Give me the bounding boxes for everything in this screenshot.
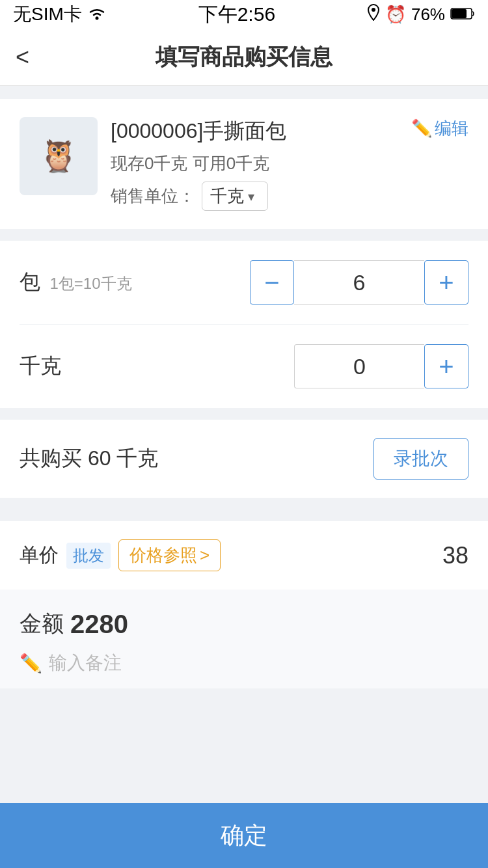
price-ref-arrow-icon: > <box>200 545 210 565</box>
wifi-icon <box>87 4 107 25</box>
price-label: 单价 批发 价格参照 > <box>20 539 221 571</box>
section-divider-2 <box>0 498 488 509</box>
nav-bar: < 填写商品购买信息 <box>0 29 488 86</box>
qty-input-kg[interactable] <box>294 344 424 388</box>
location-icon <box>367 4 380 25</box>
product-thumbnail: 🦉 <box>20 117 98 195</box>
total-section: 共购买 60 千克 录批次 <box>0 420 488 498</box>
qty-plus-bao-button[interactable]: + <box>424 260 468 305</box>
pencil-icon: ✏️ <box>20 653 42 674</box>
edit-button[interactable]: ✏️ 编辑 <box>411 117 468 140</box>
qty-control-bao: − + <box>250 260 468 305</box>
total-text: 共购买 60 千克 <box>20 444 158 473</box>
batch-button[interactable]: 录批次 <box>373 438 468 480</box>
section-divider-1 <box>0 229 488 241</box>
edit-label: 编辑 <box>435 117 468 140</box>
status-left: 无SIM卡 <box>13 2 107 27</box>
unit-label: 销售单位： <box>111 185 195 208</box>
price-ref-button[interactable]: 价格参照 > <box>118 539 221 571</box>
total-unit: 千克 <box>116 446 158 470</box>
qty-minus-bao-button[interactable]: − <box>250 260 294 305</box>
carrier-text: 无SIM卡 <box>13 2 82 27</box>
unit-value: 千克 <box>210 185 244 208</box>
alarm-icon: ⏰ <box>385 5 406 25</box>
status-bar: 无SIM卡 下午2:56 ⏰ 76% <box>0 0 488 29</box>
svg-rect-3 <box>452 9 467 18</box>
battery-text: 76% <box>411 5 445 25</box>
edit-icon: ✏️ <box>411 118 432 139</box>
product-name: [0000006]手撕面包 <box>111 117 286 146</box>
status-right: ⏰ 76% <box>367 4 475 25</box>
amount-section: 金额 2280 ✏️ 输入备注 <box>0 590 488 688</box>
price-ref-label: 价格参照 <box>129 544 197 567</box>
amount-value: 2280 <box>70 610 128 639</box>
battery-icon <box>450 5 475 25</box>
confirm-button[interactable]: 确定 <box>0 803 488 868</box>
unit-row: 销售单位： 千克 ▾ <box>111 182 468 211</box>
price-row: 单价 批发 价格参照 > 38 <box>0 521 488 590</box>
qty-input-bao[interactable] <box>294 260 424 305</box>
price-text: 单价 <box>20 542 59 569</box>
product-info: [0000006]手撕面包 ✏️ 编辑 现存0千克 可用0千克 销售单位： 千克… <box>111 117 468 211</box>
dropdown-arrow-icon: ▾ <box>248 189 254 204</box>
total-value: 60 <box>88 446 111 470</box>
total-label: 共购买 <box>20 446 82 470</box>
quantity-row-kg: 千克 + <box>20 325 468 408</box>
product-card: 🦉 [0000006]手撕面包 ✏️ 编辑 现存0千克 可用0千克 销售单位： … <box>0 99 488 229</box>
remark-placeholder: 输入备注 <box>49 651 122 675</box>
quantity-row-bao: 包 1包=10千克 − + <box>20 241 468 325</box>
qty-label-bao: 包 1包=10千克 <box>20 268 132 297</box>
product-title-row: [0000006]手撕面包 ✏️ 编辑 <box>111 117 468 146</box>
qty-label-kg: 千克 <box>20 352 61 381</box>
stock-info: 现存0千克 可用0千克 <box>111 152 468 175</box>
page-title: 填写商品购买信息 <box>156 42 332 72</box>
amount-row: 金额 2280 <box>20 609 468 639</box>
qty-control-kg: + <box>294 344 468 388</box>
bottom-bar: 确定 <box>0 803 488 868</box>
price-value: 38 <box>442 542 468 569</box>
product-logo-icon: 🦉 <box>39 138 78 174</box>
status-time: 下午2:56 <box>198 1 275 28</box>
back-button[interactable]: < <box>16 44 29 71</box>
quantity-section: 包 1包=10千克 − + 千克 + <box>0 241 488 408</box>
svg-point-0 <box>95 17 98 20</box>
svg-point-1 <box>372 8 375 12</box>
amount-label: 金额 <box>20 609 64 639</box>
price-badge: 批发 <box>66 543 111 569</box>
remark-row[interactable]: ✏️ 输入备注 <box>20 651 468 675</box>
qty-plus-kg-button[interactable]: + <box>424 344 468 388</box>
unit-select[interactable]: 千克 ▾ <box>202 182 268 211</box>
